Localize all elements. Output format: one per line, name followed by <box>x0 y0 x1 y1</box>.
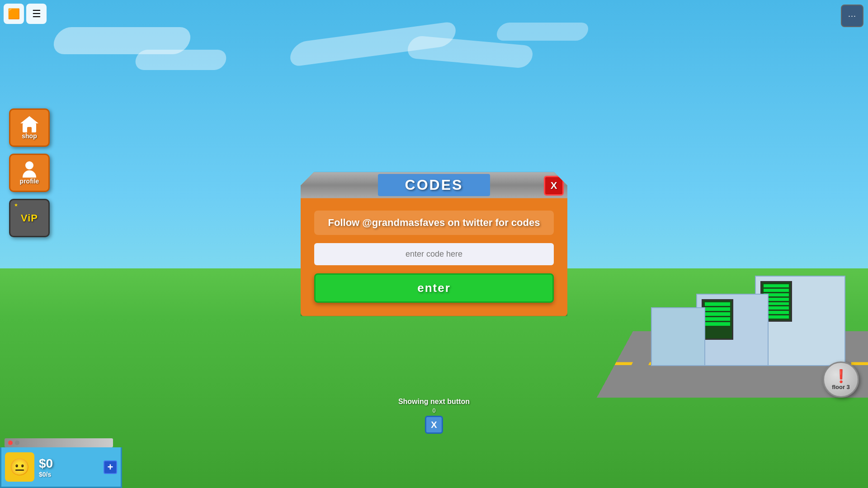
codes-modal: CODES X Follow @grandmasfaves on twitter… <box>301 172 567 316</box>
follow-instruction-text: Follow @grandmasfaves on twitter for cod… <box>314 211 554 235</box>
modal-header: CODES <box>301 172 567 198</box>
code-input-field[interactable] <box>314 243 554 265</box>
modal-body: Follow @grandmasfaves on twitter for cod… <box>314 211 554 303</box>
enter-code-button[interactable]: enter <box>314 273 554 303</box>
modal-title-background: CODES <box>378 174 491 196</box>
modal-overlay: CODES X Follow @grandmasfaves on twitter… <box>0 0 868 488</box>
modal-title: CODES <box>405 177 463 193</box>
modal-close-button[interactable]: X <box>544 176 564 196</box>
